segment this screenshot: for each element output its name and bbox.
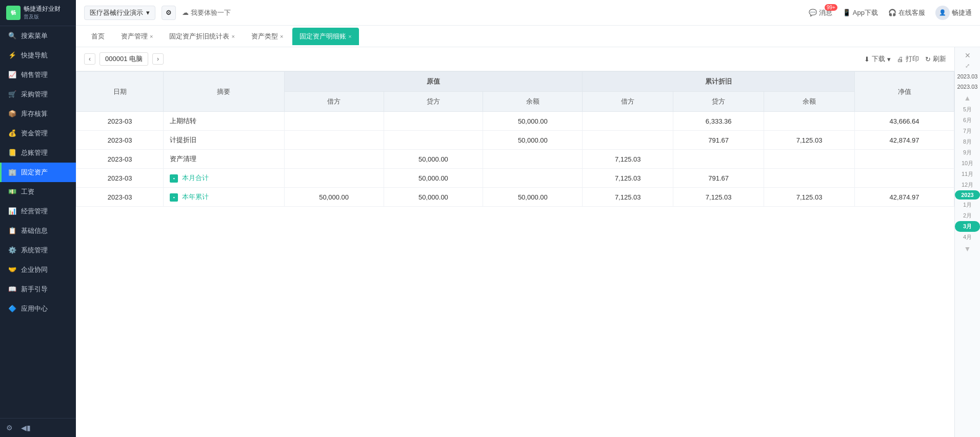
cell-ad-balance	[764, 169, 855, 188]
logo-title: 畅捷通好业财	[24, 5, 61, 13]
tab-asset-type-close[interactable]: ×	[280, 33, 283, 39]
cell-ov-credit	[384, 112, 483, 131]
timeline-month-5[interactable]: 5月	[955, 104, 980, 115]
timeline-month-12[interactable]: 12月	[955, 180, 980, 190]
col-ad-debit: 借方	[583, 92, 673, 112]
sidebar-item-sales[interactable]: 📈 销售管理	[0, 65, 76, 85]
cell-summary: 上期结转	[164, 112, 284, 131]
settings-button[interactable]: ⚙	[162, 6, 176, 20]
timeline-month-8[interactable]: 8月	[955, 136, 980, 147]
sidebar-item-wages[interactable]: 💵 工资	[0, 182, 76, 202]
cell-ov-balance: 50,000.00	[483, 112, 583, 131]
print-button[interactable]: 🖨 打印	[897, 54, 919, 64]
sidebar-item-general-label: 总账管理	[21, 148, 48, 157]
cell-ov-balance	[483, 169, 583, 188]
collapse-icon[interactable]: ◀▮	[21, 424, 31, 432]
cell-ad-balance: 7,125.03	[764, 131, 855, 150]
table-row: 2023-03 ▪ 本年累计 50,000.00 50,000.00 50,00…	[76, 188, 954, 207]
tab-asset-detail-label: 固定资产明细账	[299, 32, 346, 41]
sidebar-item-enterprise[interactable]: 🤝 企业协同	[0, 260, 76, 280]
sidebar-item-search[interactable]: 🔍 搜索菜单	[0, 26, 76, 46]
main-content: 医疗器械行业演示 ▾ ⚙ ☁ 我要体验一下 💬 消息 99+ 📱 App下载 🎧…	[76, 0, 980, 437]
online-service-label: 在线客服	[898, 8, 925, 17]
prev-asset-button[interactable]: ‹	[84, 53, 95, 65]
messages-button[interactable]: 💬 消息 99+	[809, 8, 832, 17]
sidebar-item-enterprise-label: 企业协同	[21, 265, 48, 274]
timeline-month-7[interactable]: 7月	[955, 126, 980, 136]
sidebar-item-basic-info-label: 基础信息	[21, 226, 48, 235]
sales-icon: 📈	[8, 71, 17, 78]
company-selector[interactable]: 医疗器械行业演示 ▾	[84, 6, 155, 20]
sidebar-item-inventory[interactable]: 📦 库存核算	[0, 104, 76, 124]
timeline-month-9[interactable]: 9月	[955, 147, 980, 158]
sidebar-item-fixed-assets[interactable]: 🏢 固定资产	[0, 163, 76, 182]
sidebar-item-purchase[interactable]: 🛒 采购管理	[0, 85, 76, 104]
app-download-button[interactable]: 📱 App下载	[843, 8, 878, 17]
col-ad-balance: 余额	[764, 92, 855, 112]
sidebar: 畅 畅捷通好业财 普及版 🔍 搜索菜单 ⚡ 快捷导航 📈 销售管理 🛒 采购管理…	[0, 0, 76, 437]
timeline-month-4[interactable]: 4月	[955, 232, 980, 243]
tab-asset-mgmt[interactable]: 资产管理 ×	[114, 28, 160, 45]
table-row: 2023-03 ▪ 本月合计 50,000.00 7,125.03 791.67	[76, 169, 954, 188]
cell-summary: 资产清理	[164, 150, 284, 169]
tab-asset-detail[interactable]: 固定资产明细账 ×	[292, 28, 358, 45]
col-ov-balance: 余额	[483, 92, 583, 112]
tab-asset-type[interactable]: 资产类型 ×	[244, 28, 290, 45]
sidebar-item-inventory-label: 库存核算	[21, 109, 48, 118]
sidebar-item-basic-info[interactable]: 📋 基础信息	[0, 221, 76, 241]
next-asset-button[interactable]: ›	[152, 53, 164, 65]
timeline-month-10[interactable]: 10月	[955, 158, 980, 169]
timeline-up-arrow[interactable]: ▲	[964, 94, 971, 102]
sidebar-item-quick-nav[interactable]: ⚡ 快捷导航	[0, 46, 76, 65]
table-row: 2023-03 计提折旧 50,000.00 791.67 7,125.03 4…	[76, 131, 954, 150]
sidebar-item-system[interactable]: ⚙️ 系统管理	[0, 241, 76, 260]
download-button[interactable]: ⬇ 下载 ▾	[864, 54, 891, 64]
company-name: 医疗器械行业演示	[90, 8, 143, 17]
ledger-table: 日期 摘要 原值 累计折旧 净值 借方 贷方 余额 借方 贷方 余额	[76, 71, 954, 207]
tab-home[interactable]: 首页	[84, 28, 112, 45]
sidebar-item-finance[interactable]: 💰 资金管理	[0, 124, 76, 143]
user-menu[interactable]: 👤 畅捷通	[935, 6, 972, 20]
sidebar-item-guide[interactable]: 📖 新手引导	[0, 280, 76, 299]
timeline-month-3[interactable]: 3月	[955, 221, 980, 232]
sidebar-item-operations-label: 经营管理	[21, 207, 48, 216]
sidebar-logo: 畅 畅捷通好业财 普及版	[0, 0, 76, 26]
cell-date: 2023-03	[76, 112, 164, 131]
sidebar-item-operations[interactable]: 📊 经营管理	[0, 202, 76, 221]
sidebar-expand-icon[interactable]: ⤢	[965, 63, 970, 69]
print-icon: 🖨	[897, 55, 904, 63]
asset-actions: ⬇ 下载 ▾ 🖨 打印 ↻ 刷新	[864, 54, 946, 64]
tab-asset-mgmt-close[interactable]: ×	[150, 33, 153, 39]
asset-navigation: ‹ 000001 电脑 › ⬇ 下载 ▾ 🖨 打印	[76, 47, 954, 71]
tab-depreciation-stats-close[interactable]: ×	[231, 33, 234, 39]
cell-ad-balance: 7,125.03	[764, 188, 855, 207]
cell-ad-credit	[673, 150, 764, 169]
timeline-year-2023: 2023	[955, 190, 980, 200]
online-service-button[interactable]: 🎧 在线客服	[888, 8, 925, 17]
timeline-month-2[interactable]: 2月	[955, 210, 980, 221]
operations-icon: 📊	[8, 207, 17, 215]
sidebar-item-app-center[interactable]: 🔷 应用中心	[0, 299, 76, 319]
sidebar-footer: ⚙ ◀▮	[0, 418, 76, 437]
yearly-total-tag: ▪	[170, 193, 178, 202]
settings-icon[interactable]: ⚙	[6, 424, 13, 432]
col-original-value: 原值	[284, 72, 583, 92]
sidebar-close-icon[interactable]: ✕	[965, 51, 971, 59]
timeline-down-arrow[interactable]: ▼	[964, 245, 971, 253]
cell-ad-credit: 7,125.03	[673, 188, 764, 207]
timeline-month-6[interactable]: 6月	[955, 115, 980, 126]
monthly-total-label: 本月合计	[182, 174, 209, 182]
refresh-button[interactable]: ↻ 刷新	[925, 54, 946, 64]
cell-ad-debit: 7,125.03	[583, 169, 673, 188]
timeline-month-1[interactable]: 1月	[955, 200, 980, 210]
cell-ov-debit	[284, 112, 384, 131]
fixed-assets-icon: 🏢	[8, 168, 17, 176]
tab-depreciation-stats[interactable]: 固定资产折旧统计表 ×	[162, 28, 242, 45]
timeline-month-11[interactable]: 11月	[955, 169, 980, 180]
table-row: 2023-03 资产清理 50,000.00 7,125.03	[76, 150, 954, 169]
sidebar-item-general[interactable]: 📒 总账管理	[0, 143, 76, 163]
cell-ov-credit: 50,000.00	[384, 169, 483, 188]
tab-asset-detail-close[interactable]: ×	[348, 33, 351, 39]
experience-button[interactable]: ☁ 我要体验一下	[182, 8, 231, 17]
cell-ov-credit	[384, 131, 483, 150]
